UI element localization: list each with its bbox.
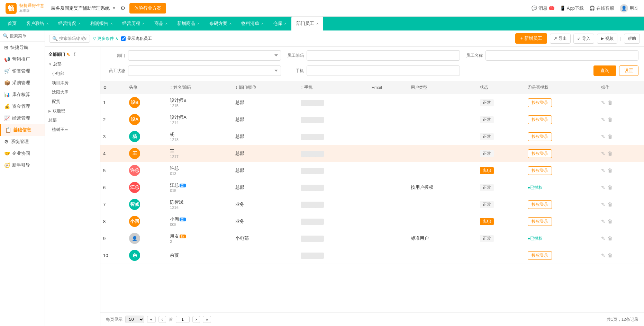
auth-btn[interactable]: 授权登录 bbox=[528, 98, 552, 107]
sidebar-item-guide[interactable]: 🧭新手引导 bbox=[0, 159, 45, 171]
filter-phone-input[interactable] bbox=[307, 65, 460, 76]
edit-button[interactable]: ✎ bbox=[601, 134, 605, 139]
first-page-btn[interactable]: « bbox=[147, 316, 156, 323]
tab-close-icon[interactable]: × bbox=[46, 21, 48, 26]
delete-button[interactable]: 🗑 bbox=[608, 168, 613, 173]
prev-page-btn[interactable]: ‹ bbox=[158, 316, 166, 323]
edit-button[interactable]: ✎ bbox=[601, 168, 605, 173]
dept-item-总部[interactable]: 总部 bbox=[45, 116, 100, 125]
filter-status-select[interactable] bbox=[128, 65, 281, 76]
sidebar-item-marketing[interactable]: 📢营销推广 bbox=[0, 53, 45, 65]
app-download-action[interactable]: 📱 App下载 bbox=[560, 5, 584, 11]
nav-tab-客户联络[interactable]: 客户联络× bbox=[21, 17, 53, 30]
edit-button[interactable]: ✎ bbox=[601, 117, 605, 122]
delete-button[interactable]: 🗑 bbox=[608, 236, 613, 241]
tab-close-icon[interactable]: × bbox=[284, 21, 287, 26]
next-page-btn[interactable]: › bbox=[192, 316, 200, 323]
sidebar-item-purchase[interactable]: 📦采购管理 bbox=[0, 77, 45, 89]
tab-close-icon[interactable]: × bbox=[229, 21, 232, 26]
auth-btn[interactable]: 授权登录 bbox=[528, 132, 552, 141]
set-button[interactable]: 设置 bbox=[619, 65, 638, 76]
nav-tab-经营历程[interactable]: 经营历程× bbox=[117, 17, 149, 30]
filter-name-input[interactable] bbox=[486, 50, 638, 61]
tab-close-icon[interactable]: × bbox=[165, 21, 167, 26]
th-settings[interactable]: ⚙ bbox=[100, 81, 126, 94]
nav-tab-仓库[interactable]: 仓库× bbox=[269, 17, 291, 30]
tab-close-icon[interactable]: × bbox=[142, 21, 144, 26]
dept-collapse-icon[interactable]: 《 bbox=[71, 52, 75, 58]
delete-button[interactable]: 🗑 bbox=[608, 185, 613, 190]
nav-tab-物料清单[interactable]: 物料清单× bbox=[236, 17, 268, 30]
online-service-action[interactable]: 🎧 在线客服 bbox=[589, 5, 614, 11]
edit-button[interactable]: ✎ bbox=[601, 100, 605, 105]
delete-button[interactable]: 🗑 bbox=[608, 100, 613, 105]
edit-button[interactable]: ✎ bbox=[601, 253, 605, 258]
dept-search-box[interactable]: 🔍 bbox=[49, 35, 90, 43]
nav-tab-条码方案[interactable]: 条码方案× bbox=[205, 17, 236, 30]
add-employee-button[interactable]: + 新增员工 bbox=[515, 33, 547, 44]
sidebar-search[interactable]: 🔍 bbox=[0, 30, 45, 42]
tab-close-icon[interactable]: × bbox=[316, 21, 318, 26]
dept-edit-icon[interactable]: ✎ bbox=[66, 52, 70, 57]
sidebar-item-operation[interactable]: 📈经营管理 bbox=[0, 112, 45, 124]
resigned-checkbox-input[interactable] bbox=[121, 36, 126, 41]
tab-close-icon[interactable]: × bbox=[261, 21, 263, 26]
th-name[interactable]: ↕ 姓名/编码 bbox=[167, 81, 233, 94]
nav-tab-部门员工[interactable]: 部门员工× bbox=[291, 17, 323, 30]
dept-item-沈阳大库[interactable]: 沈阳大库 bbox=[45, 88, 100, 97]
filter-dept-select[interactable] bbox=[128, 50, 281, 61]
delete-button[interactable]: 🗑 bbox=[608, 117, 613, 122]
search-input[interactable] bbox=[10, 34, 42, 38]
auth-btn[interactable]: 授权登录 bbox=[528, 217, 552, 226]
edit-button[interactable]: ✎ bbox=[601, 219, 605, 224]
edit-button[interactable]: ✎ bbox=[601, 202, 605, 207]
sys-title-dropdown[interactable]: ▼ bbox=[112, 6, 116, 11]
dept-search-input[interactable] bbox=[59, 36, 87, 41]
auth-btn[interactable]: 授权登录 bbox=[528, 251, 552, 260]
sidebar-item-sales[interactable]: 🛒销售管理 bbox=[0, 65, 45, 77]
auth-btn[interactable]: 授权登录 bbox=[528, 149, 552, 158]
nav-tab-新增商品[interactable]: 新增商品× bbox=[172, 17, 204, 30]
edit-button[interactable]: ✎ bbox=[601, 185, 605, 190]
dept-item-双鹿想[interactable]: ▶双鹿想 bbox=[45, 106, 100, 116]
edit-button[interactable]: ✎ bbox=[601, 151, 605, 156]
filter-code-input[interactable] bbox=[307, 50, 460, 61]
sidebar-item-collab[interactable]: 🤝企业协同 bbox=[0, 148, 45, 159]
edit-button[interactable]: ✎ bbox=[601, 236, 605, 241]
dept-item-项目库房[interactable]: 项目库房 bbox=[45, 78, 100, 88]
nav-tab-经营情况[interactable]: 经营情况× bbox=[53, 17, 85, 30]
delete-button[interactable]: 🗑 bbox=[608, 219, 613, 224]
tab-close-icon[interactable]: × bbox=[110, 21, 112, 26]
sidebar-item-finance[interactable]: 💰资金管理 bbox=[0, 100, 45, 112]
auth-btn[interactable]: 授权登录 bbox=[528, 200, 552, 209]
help-button[interactable]: 帮助 bbox=[624, 34, 640, 44]
page-input[interactable] bbox=[176, 316, 190, 323]
dept-item-小电部[interactable]: 小电部 bbox=[45, 69, 100, 78]
auth-btn[interactable]: 授权登录 bbox=[528, 115, 552, 124]
th-phone[interactable]: ↕ 手机 bbox=[298, 81, 369, 94]
show-resigned-checkbox[interactable]: 显示离职员工 bbox=[121, 36, 152, 42]
message-action[interactable]: 💬 消息 5 bbox=[532, 5, 554, 11]
import-button[interactable]: ↙ 导入 bbox=[573, 34, 594, 44]
sidebar-item-inventory[interactable]: 📊库存核算 bbox=[0, 89, 45, 100]
page-size-select[interactable]: 50 100 bbox=[125, 316, 144, 323]
sidebar-item-quick-nav[interactable]: ⊞快捷导航 bbox=[0, 42, 45, 53]
last-page-btn[interactable]: » bbox=[203, 316, 211, 323]
dept-item-配货[interactable]: 配货 bbox=[45, 97, 100, 106]
nav-tab-商品[interactable]: 商品× bbox=[149, 17, 172, 30]
export-button[interactable]: ↗ 导出 bbox=[550, 34, 571, 44]
auth-btn[interactable]: 授权登录 bbox=[528, 166, 552, 175]
more-filter-btn[interactable]: ▽ 更多条件 ∧ bbox=[93, 36, 118, 42]
trial-button[interactable]: 体验行业方案 bbox=[129, 3, 166, 14]
dept-item-总部[interactable]: ▼总部 bbox=[45, 60, 100, 69]
delete-button[interactable]: 🗑 bbox=[608, 253, 613, 258]
delete-button[interactable]: 🗑 bbox=[608, 134, 613, 139]
user-action[interactable]: 👤 用友 bbox=[620, 4, 638, 12]
sidebar-item-system[interactable]: ⚙系统管理 bbox=[0, 136, 45, 148]
tab-close-icon[interactable]: × bbox=[78, 21, 80, 26]
sidebar-item-basic[interactable]: 📋基础信息 bbox=[0, 124, 45, 136]
th-dept[interactable]: ↕ 部门/职位 bbox=[233, 81, 298, 94]
tab-close-icon[interactable]: × bbox=[197, 21, 199, 26]
nav-tab-利润报告[interactable]: 利润报告× bbox=[85, 17, 117, 30]
delete-button[interactable]: 🗑 bbox=[608, 151, 613, 156]
